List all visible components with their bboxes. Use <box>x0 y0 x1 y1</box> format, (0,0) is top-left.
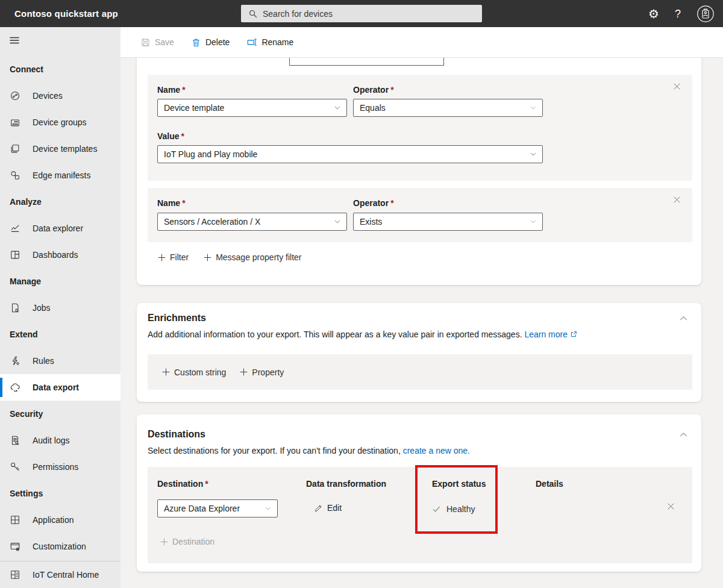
enrichments-panel: Custom string Property <box>148 354 692 390</box>
value-label: Value* <box>157 131 184 141</box>
save-icon <box>140 37 151 48</box>
filter-row: Name* Operator* Device template Equals V… <box>148 75 692 181</box>
remove-filter-button[interactable] <box>670 193 684 209</box>
close-icon <box>666 502 675 513</box>
operator-select[interactable]: Equals <box>353 99 543 117</box>
operator-select-value: Exists <box>360 217 382 227</box>
status-label: Healthy <box>446 504 475 514</box>
sidebar-section-header: Analyze <box>0 189 120 215</box>
destination-column-header: Destination* <box>157 479 208 489</box>
plus-icon <box>239 367 248 377</box>
dashboards-icon <box>10 249 20 260</box>
sidebar-item-jobs[interactable]: Jobs <box>0 295 120 321</box>
sidebar-item-customization[interactable]: Customization <box>0 533 120 560</box>
sidebar-item-device-groups[interactable]: Device groups <box>0 109 120 136</box>
sidebar-item-label: Jobs <box>33 303 51 313</box>
sidebar-item-data-export[interactable]: Data export <box>0 374 120 401</box>
chevron-up-icon <box>679 430 688 442</box>
search-input[interactable] <box>261 8 477 19</box>
name-select[interactable]: Sensors / Acceleration / X <box>157 213 347 231</box>
name-select-value: Device template <box>164 103 224 113</box>
search-icon <box>248 9 258 19</box>
required-asterisk: * <box>181 131 184 141</box>
close-icon <box>672 195 681 207</box>
add-filter-button[interactable]: Filter <box>157 252 189 262</box>
permissions-icon <box>10 461 20 472</box>
application-icon <box>10 514 20 525</box>
sidebar-item-label: Edge manifests <box>33 170 91 180</box>
value-select[interactable]: IoT Plug and Play mobile <box>157 145 543 163</box>
menu-toggle-button[interactable] <box>0 27 120 56</box>
sidebar-item-label: Data explorer <box>33 224 83 233</box>
account-avatar-icon[interactable] <box>696 5 715 23</box>
name-label: Name* <box>157 198 186 208</box>
name-select[interactable]: Device template <box>157 99 347 117</box>
sidebar-item-devices[interactable]: Devices <box>0 83 120 109</box>
remove-destination-button[interactable] <box>664 499 678 516</box>
sidebar-item-label: Permissions <box>33 462 78 472</box>
add-message-property-filter-button[interactable]: Message property filter <box>203 252 301 262</box>
sidebar-item-device-templates[interactable]: Device templates <box>0 136 120 162</box>
sidebar-item-iot-central-home[interactable]: IoT Central Home <box>0 561 120 588</box>
customization-icon <box>10 541 20 552</box>
destination-select-value: Azure Data Explorer <box>164 504 240 513</box>
chevron-down-icon <box>264 505 272 512</box>
data-export-icon <box>10 382 20 393</box>
required-asterisk: * <box>182 198 185 208</box>
operator-label: Operator* <box>353 198 394 208</box>
sidebar-item-dashboards[interactable]: Dashboards <box>0 242 120 268</box>
chevron-down-icon <box>530 218 537 225</box>
learn-more-link[interactable]: Learn more <box>524 330 568 339</box>
add-custom-string-label: Custom string <box>174 367 226 377</box>
details-column-header: Details <box>536 479 563 489</box>
save-button[interactable]: Save <box>140 37 174 48</box>
sidebar-item-label: Device groups <box>33 117 87 127</box>
operator-select[interactable]: Exists <box>353 213 543 231</box>
sidebar-item-label: Devices <box>33 91 63 101</box>
remove-filter-button[interactable] <box>670 80 684 96</box>
settings-gear-icon[interactable]: ⚙ <box>648 8 659 20</box>
operator-label: Operator* <box>353 85 394 95</box>
scroll-area[interactable]: Name* Operator* Device template Equals V… <box>120 58 723 588</box>
edit-transformation-button[interactable]: Edit <box>314 503 342 513</box>
sidebar-section-header: Connect <box>0 56 120 83</box>
collapse-enrichments-button[interactable] <box>677 311 690 328</box>
hamburger-icon <box>8 34 20 49</box>
sidebar-footer: IoT Central Home <box>0 561 120 588</box>
rename-button[interactable]: Rename <box>246 37 293 48</box>
clipped-dropdown[interactable] <box>289 58 444 66</box>
add-custom-string-button[interactable]: Custom string <box>161 367 226 377</box>
sidebar-sections: ConnectDevicesDevice groupsDevice templa… <box>0 56 120 560</box>
help-icon[interactable]: ? <box>675 8 681 19</box>
chevron-down-icon <box>334 104 341 111</box>
sidebar-item-label: Device templates <box>33 144 97 154</box>
sidebar-item-edge-manifests[interactable]: Edge manifests <box>0 162 120 189</box>
search-box[interactable] <box>241 5 482 22</box>
add-destination-button[interactable]: Destination <box>160 537 214 546</box>
sidebar-item-application[interactable]: Application <box>0 507 120 533</box>
add-property-button[interactable]: Property <box>239 367 284 377</box>
destination-select[interactable]: Azure Data Explorer <box>157 499 278 518</box>
sidebar-item-permissions[interactable]: Permissions <box>0 454 120 480</box>
value-select-value: IoT Plug and Play mobile <box>164 149 257 159</box>
filters-card: Name* Operator* Device template Equals V… <box>137 52 701 285</box>
sidebar-item-rules[interactable]: Rules <box>0 348 120 374</box>
rules-icon <box>10 355 20 366</box>
sidebar-item-data-explorer[interactable]: Data explorer <box>0 215 120 242</box>
sidebar-section-header: Settings <box>0 480 120 507</box>
sidebar-section-header: Security <box>0 401 120 427</box>
data-transformation-column-header: Data transformation <box>306 479 386 489</box>
plus-icon <box>203 253 212 262</box>
delete-button[interactable]: Delete <box>191 37 230 48</box>
create-new-destination-link[interactable]: create a new one. <box>403 446 470 455</box>
collapse-destinations-button[interactable] <box>677 428 690 444</box>
main-content: Save Delete Rename Name* Operator* Devic… <box>120 27 723 588</box>
sidebar-item-audit-logs[interactable]: Audit logs <box>0 427 120 454</box>
external-link-icon <box>570 331 577 338</box>
filter-add-row: Filter Message property filter <box>157 252 302 262</box>
export-status-column-header: Export status <box>432 479 486 489</box>
data-explorer-icon <box>10 223 20 234</box>
destinations-panel: Destination* Data transformation Export … <box>148 467 692 563</box>
chevron-down-icon <box>334 218 341 225</box>
device-groups-icon <box>10 117 20 128</box>
